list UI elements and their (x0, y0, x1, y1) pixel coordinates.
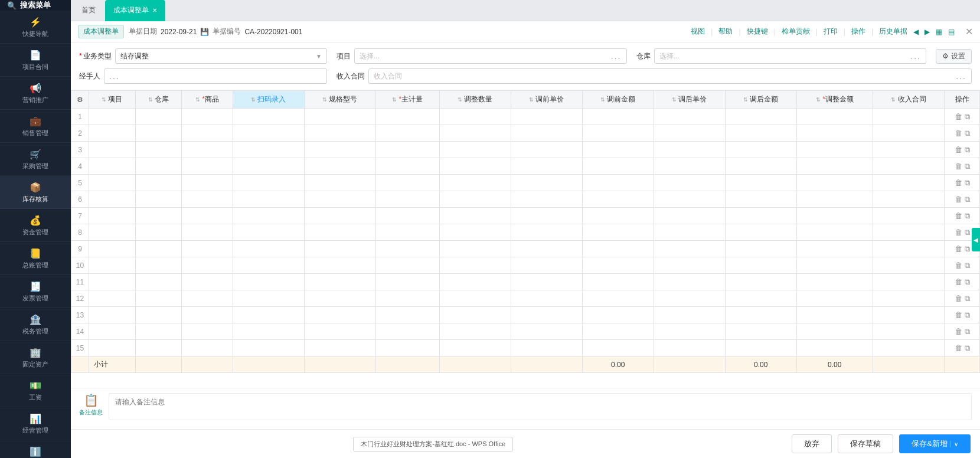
action-[interactable]: 历史单据 (879, 27, 907, 37)
cell-project-8[interactable] (89, 224, 136, 241)
project-input[interactable]: 选择... ... (354, 48, 627, 64)
delete-icon-12[interactable]: 🗑 (955, 294, 962, 303)
action-cell-7[interactable]: 🗑⧉ (945, 208, 980, 224)
copy-icon-12[interactable]: ⧉ (965, 294, 970, 303)
cell-adj-amount-15[interactable] (796, 340, 873, 356)
cell-scan-input-12[interactable] (233, 290, 304, 307)
cell-goods-8[interactable] (182, 224, 233, 241)
action-[interactable]: 打印 (824, 27, 838, 37)
income-contract-input[interactable]: 收入合同 ... (368, 68, 972, 84)
delete-icon-5[interactable]: 🗑 (955, 178, 962, 187)
cell-goods-9[interactable] (182, 241, 233, 257)
cell-scan-input-13[interactable] (233, 307, 304, 323)
cell-warehouse-10[interactable] (135, 257, 182, 274)
cell-warehouse-12[interactable] (135, 290, 182, 307)
cell-adj-amount-5[interactable] (796, 175, 873, 191)
cell-income-contract-2[interactable] (873, 125, 944, 142)
cell-unit-6[interactable] (375, 191, 439, 208)
cell-after-amount-2[interactable] (725, 125, 796, 142)
view-icon-1[interactable]: ▤ (948, 28, 955, 36)
cell-spec-type-2[interactable] (304, 125, 375, 142)
cell-after-price-9[interactable] (654, 241, 725, 257)
copy-icon-14[interactable]: ⧉ (965, 327, 970, 336)
cell-scan-input-5[interactable] (233, 175, 304, 191)
sidebar-search-label[interactable]: 搜索菜单 (20, 0, 51, 11)
sidebar-item-ops-mgmt[interactable]: 📊经营管理 (0, 407, 71, 440)
cell-after-price-5[interactable] (654, 175, 725, 191)
cell-warehouse-2[interactable] (135, 125, 182, 142)
cell-before-amount-6[interactable] (582, 191, 654, 208)
cell-before-price-3[interactable] (511, 142, 582, 158)
cell-income-contract-4[interactable] (873, 158, 944, 175)
cell-project-3[interactable] (89, 142, 136, 158)
cell-goods-2[interactable] (182, 125, 233, 142)
action-[interactable]: 快捷键 (747, 27, 768, 37)
cell-unit-3[interactable] (375, 142, 439, 158)
right-edge-indicator[interactable]: ◀ (972, 228, 980, 251)
copy-icon-5[interactable]: ⧉ (965, 178, 970, 188)
cell-goods-13[interactable] (182, 307, 233, 323)
cell-warehouse-15[interactable] (135, 340, 182, 356)
save-draft-button[interactable]: 保存草稿 (838, 434, 893, 453)
cell-before-price-15[interactable] (511, 340, 582, 356)
cell-before-amount-12[interactable] (582, 290, 654, 307)
cell-before-amount-1[interactable] (582, 109, 654, 125)
delete-icon-14[interactable]: 🗑 (955, 327, 962, 336)
cell-after-amount-3[interactable] (725, 142, 796, 158)
settings-button[interactable]: ⚙ 设置 (936, 49, 972, 64)
action-[interactable]: 检单贡献 (782, 27, 810, 37)
cell-income-contract-10[interactable] (873, 257, 944, 274)
cell-scan-input-11[interactable] (233, 274, 304, 290)
sidebar-item-ledger-mgmt[interactable]: 📒总账管理 (0, 242, 71, 275)
cell-adj-qty-12[interactable] (439, 290, 511, 307)
cell-after-price-3[interactable] (654, 142, 725, 158)
cell-adj-qty-1[interactable] (439, 109, 511, 125)
cell-goods-5[interactable] (182, 175, 233, 191)
cell-unit-7[interactable] (375, 208, 439, 224)
cell-before-price-6[interactable] (511, 191, 582, 208)
cell-after-price-12[interactable] (654, 290, 725, 307)
copy-icon-6[interactable]: ⧉ (965, 195, 970, 204)
cell-project-2[interactable] (89, 125, 136, 142)
cell-adj-qty-11[interactable] (439, 274, 511, 290)
cell-before-amount-2[interactable] (582, 125, 654, 142)
nav-prev-icon[interactable]: ◀ (913, 28, 919, 36)
cell-before-amount-4[interactable] (582, 158, 654, 175)
cell-income-contract-9[interactable] (873, 241, 944, 257)
cell-spec-type-4[interactable] (304, 158, 375, 175)
copy-icon-13[interactable]: ⧉ (965, 310, 970, 320)
sidebar-item-tax-mgmt[interactable]: 🏦税务管理 (0, 308, 71, 341)
cell-warehouse-1[interactable] (135, 109, 182, 125)
copy-icon-9[interactable]: ⧉ (965, 244, 970, 254)
cell-after-amount-9[interactable] (725, 241, 796, 257)
delete-icon-4[interactable]: 🗑 (955, 162, 962, 171)
action-[interactable]: 操作 (851, 27, 865, 37)
cell-before-price-9[interactable] (511, 241, 582, 257)
cell-goods-10[interactable] (182, 257, 233, 274)
sidebar-item-basic-info[interactable]: ℹ️基础信息 (0, 440, 71, 458)
delete-icon-13[interactable]: 🗑 (955, 310, 962, 319)
cell-after-price-7[interactable] (654, 208, 725, 224)
cell-after-price-8[interactable] (654, 224, 725, 241)
cell-warehouse-6[interactable] (135, 191, 182, 208)
cell-before-price-13[interactable] (511, 307, 582, 323)
cell-adj-amount-3[interactable] (796, 142, 873, 158)
cell-project-11[interactable] (89, 274, 136, 290)
cell-spec-type-6[interactable] (304, 191, 375, 208)
cell-adj-amount-12[interactable] (796, 290, 873, 307)
sidebar-item-project-contract[interactable]: 📄项目合同 (0, 44, 71, 77)
cell-warehouse-14[interactable] (135, 323, 182, 340)
cell-adj-qty-14[interactable] (439, 323, 511, 340)
save-icon[interactable]: 💾 (200, 28, 209, 36)
cell-adj-amount-8[interactable] (796, 224, 873, 241)
cell-unit-12[interactable] (375, 290, 439, 307)
cell-warehouse-3[interactable] (135, 142, 182, 158)
cell-goods-3[interactable] (182, 142, 233, 158)
cell-project-4[interactable] (89, 158, 136, 175)
cell-spec-type-5[interactable] (304, 175, 375, 191)
action-cell-13[interactable]: 🗑⧉ (945, 307, 980, 323)
cell-spec-type-15[interactable] (304, 340, 375, 356)
sidebar-item-fixed-assets[interactable]: 🏢固定资产 (0, 341, 71, 374)
cell-income-contract-1[interactable] (873, 109, 944, 125)
cell-after-amount-15[interactable] (725, 340, 796, 356)
